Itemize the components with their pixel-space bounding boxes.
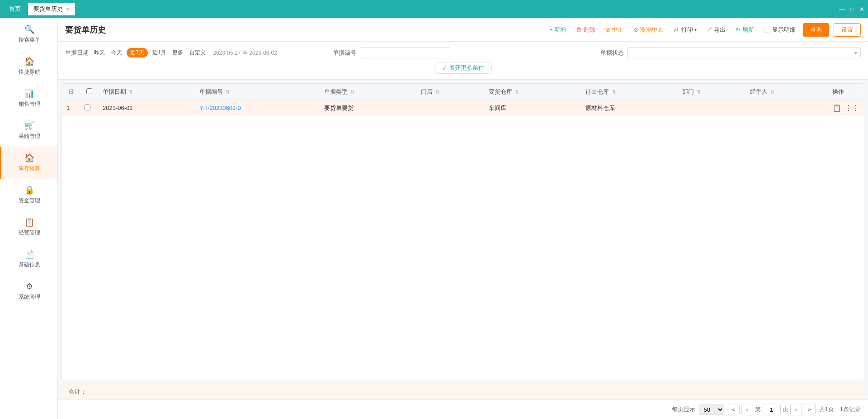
cancel-stop-button[interactable]: ⊘ 取消中止 [631,24,667,36]
print-label: 🖨 打印 [674,26,693,34]
yesterday-shortcut[interactable]: 昨天 [92,48,107,57]
date-range-display: 2023-05-27 至 2023-06-02 [213,49,277,57]
td-date: 2023-06-02 [98,100,195,116]
doc-no-label: 单据编号 [333,49,356,57]
page-size-select[interactable]: 20 50 100 200 [699,405,724,415]
display-detail-button[interactable]: 显示明细 [761,24,798,36]
table-footer: 合计： [61,384,864,400]
td-handler [745,100,828,116]
top-bar: 首页 要货单历史 ✕ — □ ✕ [0,0,868,18]
sales-icon: 📊 [24,89,34,99]
sort-date-icon[interactable]: ⇅ [129,89,133,95]
more-shortcut[interactable]: 更多 [170,48,185,57]
th-pending-warehouse: 待出仓库 ⇅ [581,84,678,100]
refresh-button[interactable]: ↻ 刷新 [733,24,757,36]
status-input[interactable] [627,47,861,58]
select-all-checkbox[interactable] [86,88,92,94]
display-checkbox[interactable] [764,27,770,33]
sidebar-base-label: 基础信息 [19,261,40,269]
doc-no-filter-group: 单据编号 [333,47,593,58]
minimize-btn[interactable]: — [839,6,845,13]
close-btn[interactable]: ✕ [859,6,864,13]
query-button[interactable]: 查询 [803,23,829,37]
sidebar-item-finance[interactable]: 🔒 资金管理 [0,179,57,211]
sidebar-operation-label: 经营管理 [19,229,40,237]
stop-button[interactable]: ⊘ 中止 [603,24,627,36]
prev-page-btn[interactable]: ‹ [741,404,753,415]
td-store [416,100,484,116]
footer-total-label: 合计： [69,388,86,395]
today-shortcut[interactable]: 今天 [109,48,124,57]
doc-no-link[interactable]: YH-20230602-0 [199,105,241,111]
sidebar-item-operation[interactable]: 📋 经营管理 [0,211,57,243]
last-page-btn[interactable]: » [804,404,816,415]
th-action: 操作 [828,84,864,100]
page-total-info: 共1页，1条记录 [819,405,861,414]
export-button[interactable]: ↗ 导出 [704,24,729,36]
tab-close-icon[interactable]: ✕ [66,6,70,12]
delete-button[interactable]: 🗑 删除 [573,24,598,36]
column-settings-icon[interactable]: ⚙ [68,88,74,95]
toolbar: + 新增 🗑 删除 ⊘ 中止 ⊘ 取消中止 🖨 打印 ▾ ↗ 导出 [547,23,861,37]
setting-button[interactable]: 设置 [834,23,861,37]
edit-icon[interactable]: 📋 [832,104,841,112]
sort-pendingwarehouse-icon[interactable]: ⇅ [612,89,616,95]
tab-requisition-history[interactable]: 要货单历史 ✕ [28,3,75,15]
table-row[interactable]: 1 2023-06-02 YH-20230602-0 要货单要货 车间库 原材料… [62,100,864,116]
sort-handler-icon[interactable]: ⇅ [770,89,774,95]
td-department [678,100,745,116]
td-doc-no: YH-20230602-0 [195,100,320,116]
sidebar-item-system[interactable]: ⚙ 系统管理 [0,275,57,307]
sidebar-item-sales[interactable]: 📊 销售管理 [0,82,57,114]
sidebar-finance-label: 资金管理 [19,197,40,205]
table-body: 1 2023-06-02 YH-20230602-0 要货单要货 车间库 原材料… [62,100,864,116]
status-dropdown-icon[interactable]: ▾ [854,50,857,56]
sort-reqwarehouse-icon[interactable]: ⇅ [515,89,519,95]
td-pending-warehouse: 原材料仓库 [581,100,678,116]
page-word-after: 页 [783,405,788,414]
th-doc-no: 单据编号 ⇅ [195,84,320,100]
sidebar-item-purchase[interactable]: 🛒 采购管理 [0,114,57,147]
sidebar-item-shortcut[interactable]: 🏠 快捷导航 [0,50,57,82]
sidebar-item-base[interactable]: 📄 基础信息 [0,243,57,275]
print-dropdown-icon[interactable]: ▾ [694,27,697,32]
tab-home[interactable]: 首页 [4,3,26,15]
last7-shortcut[interactable]: 近7天 [127,48,148,57]
display-label: 显示明细 [772,26,796,34]
next-page-btn[interactable]: › [790,404,802,415]
more-action-icon[interactable]: ⋮⋮ [845,104,859,112]
sort-store-icon[interactable]: ⇅ [435,89,439,95]
print-button[interactable]: 🖨 打印 ▾ [671,24,699,36]
sidebar: 🔍 搜索菜单 🏠 快捷导航 📊 销售管理 🛒 采购管理 🏠 库存核算 🔒 资金管… [0,18,58,419]
page-navigation: « ‹ 第 页 › » [728,404,816,415]
first-page-btn[interactable]: « [728,404,740,415]
refresh-label: ↻ 刷新 [736,26,754,34]
row-checkbox[interactable] [85,105,90,110]
expand-more-row: ✓ 展开更多条件 [65,62,861,74]
sidebar-item-search[interactable]: 🔍 搜索菜单 [0,18,57,50]
sidebar-item-inventory[interactable]: 🏠 库存核算 [0,147,57,179]
page-number-input[interactable] [763,404,781,415]
doc-no-input[interactable] [360,47,450,58]
th-date: 单据日期 ⇅ [98,84,195,100]
sidebar-shortcut-label: 快捷导航 [19,68,40,76]
last-month-shortcut[interactable]: 近1月 [151,48,168,57]
sort-dept-icon[interactable]: ⇅ [697,89,701,95]
sort-doctype-icon[interactable]: ⇅ [350,89,354,95]
th-doc-type: 单据类型 ⇅ [320,84,416,100]
export-label: ↗ 导出 [707,26,726,34]
maximize-btn[interactable]: □ [850,6,854,13]
filter-area: 单据日期 昨天 今天 近7天 近1月 更多 自定义 2023-05-27 至 2… [58,42,868,80]
date-filter-group: 单据日期 昨天 今天 近7天 近1月 更多 自定义 2023-05-27 至 2… [65,48,326,57]
date-filter-label: 单据日期 [65,49,89,57]
cancel-stop-label: ⊘ 取消中止 [634,26,664,34]
purchase-icon: 🛒 [24,121,34,131]
sidebar-system-label: 系统管理 [19,293,40,301]
add-button[interactable]: + 新增 [547,24,569,36]
custom-shortcut[interactable]: 自定义 [188,48,208,57]
expand-more-button[interactable]: ✓ 展开更多条件 [434,62,492,74]
tab-requisition-label: 要货单历史 [33,5,63,13]
page-title: 要货单历史 [65,24,106,35]
sort-docno-icon[interactable]: ⇅ [226,89,230,95]
page-word-before: 第 [755,405,761,414]
